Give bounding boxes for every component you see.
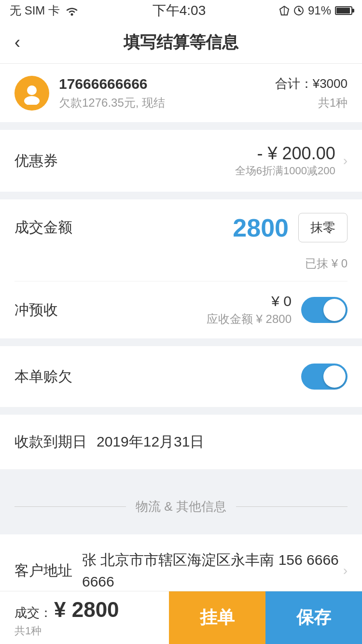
- svg-point-0: [71, 14, 73, 16]
- coupon-right-block: - ¥ 200.00 全场6折满1000减200: [235, 143, 335, 178]
- bad-debt-toggle-knob: [323, 365, 346, 388]
- avatar: [14, 76, 49, 111]
- clock-icon: [293, 5, 304, 16]
- pending-button[interactable]: 挂单: [169, 591, 265, 644]
- save-button[interactable]: 保存: [265, 591, 362, 644]
- due-date-row: 收款到期日 2019年12月31日: [0, 415, 362, 469]
- gray-section: 物流 & 其他信息 客户地址 张 北京市市辖区海淀区永丰南 156 6666 6…: [0, 477, 362, 607]
- bottom-bar: 成交： ¥ 2800 共1种 挂单 保存: [0, 591, 362, 644]
- logistics-label: 物流 & 其他信息: [136, 498, 226, 515]
- coupon-label: 优惠券: [14, 151, 58, 171]
- status-bar: 无 SIM 卡 下午4:03 91%: [0, 0, 362, 21]
- deal-amount-value: 2800: [233, 213, 289, 242]
- sep-line-right: [236, 506, 348, 507]
- due-date-value: 2019年12月31日: [97, 432, 204, 452]
- prepay-amount: ¥ 0: [207, 293, 292, 309]
- coupon-right: - ¥ 200.00 全场6折满1000减200 ›: [235, 143, 348, 178]
- avatar-icon: [20, 82, 43, 105]
- chevron-right-icon: ›: [343, 153, 348, 168]
- content-area: 17666666666 欠款1276.35元, 现结 合计：¥3000 共1种 …: [0, 64, 362, 644]
- address-chevron-icon: ›: [343, 563, 348, 578]
- deal-amount-label: 成交金额: [14, 218, 72, 238]
- customer-debt: 欠款1276.35元, 现结: [59, 95, 165, 111]
- status-left: 无 SIM 卡: [10, 3, 79, 18]
- bottom-amount: ¥ 2800: [54, 598, 119, 622]
- status-right: 91%: [279, 4, 352, 17]
- prepay-toggle[interactable]: [301, 297, 348, 323]
- due-date-label: 收款到期日: [14, 432, 87, 452]
- wifi-icon: [65, 5, 79, 16]
- back-button[interactable]: ‹: [14, 32, 20, 53]
- nav-bar: ‹ 填写结算等信息: [0, 21, 362, 64]
- prepay-label: 冲预收: [14, 300, 58, 320]
- logistics-separator: 物流 & 其他信息: [0, 487, 362, 527]
- deal-sub-text: 已抹 ¥ 0: [0, 256, 362, 281]
- customer-info-card: 17666666666 欠款1276.35元, 现结 合计：¥3000 共1种: [0, 64, 362, 122]
- bottom-summary: 成交： ¥ 2800 共1种: [0, 598, 169, 638]
- deal-amount-row: 成交金额 2800 抹零: [0, 199, 362, 256]
- svg-point-2: [27, 85, 37, 95]
- prepay-right: ¥ 0 应收金额 ¥ 2800: [207, 293, 348, 327]
- bad-debt-toggle[interactable]: [301, 364, 348, 390]
- deal-amount-section: 成交金额 2800 抹零 已抹 ¥ 0 冲预收 ¥ 0 应收金额 ¥ 2800: [0, 199, 362, 338]
- coupon-row[interactable]: 优惠券 - ¥ 200.00 全场6折满1000减200 ›: [0, 130, 362, 192]
- customer-details: 17666666666 欠款1276.35元, 现结: [59, 76, 165, 111]
- customer-phone: 17666666666: [59, 76, 165, 92]
- battery-percent: 91%: [308, 4, 331, 17]
- customer-total: 合计：¥3000 共1种: [275, 75, 348, 111]
- sep-line-left: [14, 506, 126, 507]
- address-value: 张 北京市市辖区海淀区永丰南 156 6666 6666: [82, 549, 340, 592]
- prepay-amount-block: ¥ 0 应收金额 ¥ 2800: [207, 293, 292, 327]
- address-label: 客户地址: [14, 561, 72, 581]
- prepay-receivable: 应收金额 ¥ 2800: [207, 311, 292, 327]
- bad-debt-label: 本单赊欠: [14, 367, 72, 387]
- total-count: 共1种: [275, 95, 348, 111]
- coupon-desc: 全场6折满1000减200: [235, 164, 335, 178]
- svg-point-3: [24, 96, 40, 105]
- deal-amount-right: 2800 抹零: [233, 213, 348, 242]
- bottom-deal-label: 成交：: [14, 604, 52, 621]
- coupon-amount: - ¥ 200.00: [235, 143, 335, 164]
- toggle-knob: [323, 299, 346, 321]
- location-icon: [279, 5, 290, 16]
- customer-left: 17666666666 欠款1276.35元, 现结: [14, 76, 165, 111]
- battery-icon: [335, 6, 352, 15]
- sim-label: 无 SIM 卡: [10, 3, 60, 18]
- bad-debt-row: 本单赊欠: [0, 346, 362, 407]
- status-time: 下午4:03: [153, 1, 206, 20]
- prepay-row: 冲预收 ¥ 0 应收金额 ¥ 2800: [0, 281, 362, 338]
- page-title: 填写结算等信息: [124, 31, 238, 54]
- round-zero-button[interactable]: 抹零: [298, 213, 348, 242]
- total-label: 合计：¥3000: [275, 75, 348, 92]
- bottom-count: 共1种: [14, 624, 154, 638]
